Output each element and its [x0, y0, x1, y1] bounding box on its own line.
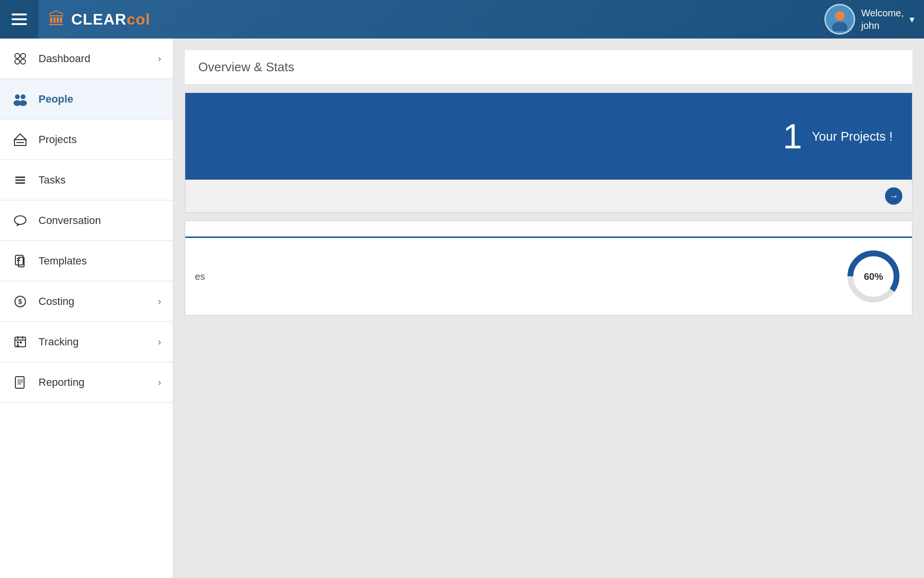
stats-label: es [195, 271, 835, 282]
user-name: john [861, 19, 904, 32]
svg-rect-31 [15, 377, 24, 388]
svg-point-4 [15, 59, 20, 64]
projects-icon [12, 131, 29, 148]
reporting-label: Reporting [38, 376, 148, 389]
projects-label: Projects [38, 133, 161, 146]
svg-point-16 [14, 216, 26, 224]
dashboard-icon [12, 50, 29, 67]
sidebar-item-templates[interactable]: Templates [0, 241, 173, 281]
costing-chevron-icon: › [158, 296, 161, 307]
logo-text: CLEARcol [71, 11, 150, 28]
conversation-label: Conversation [38, 214, 161, 227]
templates-icon [12, 252, 29, 270]
sidebar-item-projects[interactable]: Projects [0, 119, 173, 160]
templates-label: Templates [38, 255, 161, 267]
hamburger-line-2 [12, 18, 27, 20]
logo-building-icon: 🏛 [48, 9, 65, 29]
tracking-label: Tracking [38, 336, 148, 348]
header-right: Welcome, john ▾ [824, 4, 924, 35]
projects-label: Your Projects ! [812, 129, 893, 144]
svg-point-3 [21, 53, 26, 58]
welcome-label: Welcome, [861, 7, 904, 19]
svg-marker-11 [14, 134, 26, 140]
tasks-label: Tasks [38, 174, 161, 186]
donut-label: 60% [864, 271, 883, 282]
stats-header [185, 221, 912, 238]
people-icon [12, 91, 29, 108]
tracking-icon [12, 333, 29, 351]
stats-section: es 60% [185, 221, 912, 315]
donut-chart: 60% [845, 248, 902, 305]
costing-icon: $ [12, 293, 29, 310]
projects-card-container: 1 Your Projects ! → [185, 92, 912, 213]
svg-point-2 [15, 53, 20, 58]
svg-point-6 [15, 94, 20, 99]
sidebar-item-dashboard[interactable]: Dashboard › [0, 39, 173, 79]
conversation-icon [12, 212, 29, 229]
app-header: 🏛 CLEARcol Welcome, john ▾ [0, 0, 924, 39]
projects-count: 1 [783, 119, 802, 154]
svg-point-5 [21, 59, 26, 64]
sidebar-item-reporting[interactable]: Reporting › [0, 362, 173, 403]
stats-body: es 60% [185, 238, 912, 315]
people-label: People [38, 93, 161, 105]
svg-text:$: $ [18, 298, 22, 305]
svg-rect-30 [17, 344, 19, 346]
sidebar-item-tasks[interactable]: Tasks [0, 160, 173, 200]
projects-card-footer: → [185, 180, 912, 212]
user-avatar [824, 4, 855, 35]
sidebar-item-costing[interactable]: $ Costing › [0, 281, 173, 322]
projects-arrow-button[interactable]: → [885, 187, 902, 205]
sidebar-item-conversation[interactable]: Conversation [0, 200, 173, 241]
tasks-icon [12, 171, 29, 189]
hamburger-line-3 [12, 23, 27, 25]
sidebar: Dashboard › People Projects [0, 39, 173, 578]
svg-point-1 [832, 22, 847, 31]
projects-card: 1 Your Projects ! [185, 93, 912, 180]
page-header: Overview & Stats [185, 50, 912, 85]
svg-rect-28 [17, 342, 19, 343]
costing-label: Costing [38, 295, 148, 308]
hamburger-line-1 [12, 13, 27, 15]
tracking-chevron-icon: › [158, 336, 161, 347]
logo-clear: CLEAR [71, 11, 127, 28]
logo-col: col [127, 11, 150, 28]
svg-point-8 [21, 94, 26, 99]
main-content: Overview & Stats 1 Your Projects ! → es … [173, 39, 924, 578]
sidebar-item-tracking[interactable]: Tracking › [0, 322, 173, 362]
welcome-text: Welcome, john [861, 7, 904, 32]
svg-point-9 [19, 100, 27, 106]
dashboard-chevron-icon: › [158, 53, 161, 64]
logo-area: 🏛 CLEARcol [38, 9, 160, 29]
header-left: 🏛 CLEARcol [0, 0, 160, 39]
svg-rect-29 [20, 342, 22, 343]
svg-point-0 [835, 11, 845, 21]
user-dropdown-button[interactable]: ▾ [910, 13, 914, 25]
sidebar-item-people[interactable]: People [0, 79, 173, 119]
reporting-icon [12, 374, 29, 391]
dashboard-label: Dashboard [38, 53, 148, 65]
menu-toggle-button[interactable] [0, 0, 38, 39]
page-title: Overview & Stats [198, 60, 899, 75]
reporting-chevron-icon: › [158, 377, 161, 388]
